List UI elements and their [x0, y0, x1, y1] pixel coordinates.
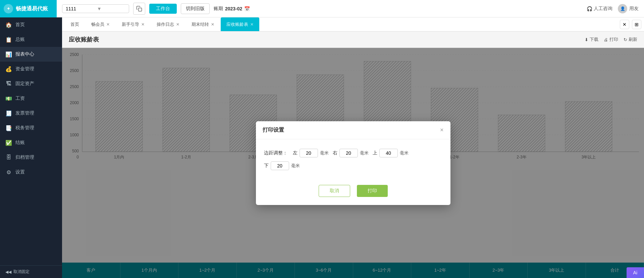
settings-icon: ⚙ [5, 169, 12, 176]
tab-home-label: 首页 [70, 21, 79, 27]
bottom-margin-group: 下 毫米 [264, 161, 300, 170]
sidebar-item-home[interactable]: 🏠 首页 [0, 17, 62, 32]
sidebar-item-settings[interactable]: ⚙ 设置 [0, 165, 62, 180]
sidebar-label-checkout: 结账 [15, 140, 25, 146]
sidebar-label-ledger: 总账 [15, 37, 25, 43]
sidebar-label-home: 首页 [15, 22, 25, 28]
content-area: 首页 畅会员 ✕ 新手引导 ✕ 操作日志 ✕ 期末结转 ✕ 应收账龄表 ✕ [62, 17, 644, 278]
cancel-button[interactable]: 取消 [319, 185, 350, 197]
support-button[interactable]: 🎧 人工咨询 [587, 6, 612, 12]
ai-badge[interactable]: Ai [627, 267, 644, 278]
sidebar-item-reports[interactable]: 📊 报表中心 [0, 47, 62, 62]
top-margin-unit: 毫米 [400, 150, 409, 156]
dropdown-icon: ▼ [97, 6, 125, 11]
download-label: 下载 [590, 37, 598, 43]
logo-text: 畅捷通易代账 [16, 5, 48, 12]
print-icon: 🖨 [604, 37, 608, 42]
right-margin-unit: 毫米 [360, 150, 369, 156]
print-label: 打印 [609, 37, 618, 43]
confirm-print-button[interactable]: 打印 [357, 185, 388, 197]
bottom-margin-input[interactable] [271, 161, 289, 170]
period-label: 账期 [214, 6, 223, 12]
sidebar-label-funds: 资金管理 [15, 66, 34, 72]
invoice-icon: 🧾 [5, 110, 12, 117]
bottom-direction-label: 下 [264, 163, 269, 169]
print-dialog: 打印设置 × 边距调整： 左 毫米 右 [256, 121, 450, 205]
sidebar-label-salary: 工资 [15, 95, 25, 101]
dialog-close-button[interactable]: × [440, 127, 444, 133]
download-icon: ⬇ [585, 37, 588, 42]
top-direction-label: 上 [373, 150, 377, 156]
dialog-body: 边距调整： 左 毫米 右 毫米 [256, 139, 450, 180]
tab-oplog-close[interactable]: ✕ [176, 22, 179, 27]
sidebar-collapse-button[interactable]: ◀◀ 取消固定 [0, 265, 62, 278]
tab-period-end-close[interactable]: ✕ [211, 22, 214, 27]
right-margin-input[interactable] [339, 149, 358, 157]
tab-home[interactable]: 首页 [65, 17, 85, 31]
dialog-overlay: 打印设置 × 边距调整： 左 毫米 右 [62, 48, 644, 278]
avatar: 👤 [618, 4, 627, 13]
sidebar-item-assets[interactable]: 🏗 固定资产 [0, 76, 62, 91]
tab-close-all-button[interactable]: ✕ [620, 20, 629, 29]
company-selector[interactable]: 1111 ▼ [62, 4, 129, 13]
header-right: 🎧 人工咨询 👤 用友 [587, 4, 639, 13]
sidebar-label-assets: 固定资产 [15, 81, 34, 87]
tab-guide[interactable]: 新手引导 ✕ [116, 17, 150, 31]
refresh-button[interactable]: ↻ 刷新 [624, 37, 637, 43]
sidebar-item-funds[interactable]: 💰 资金管理 [0, 62, 62, 76]
reports-icon: 📊 [5, 51, 12, 58]
tabs-right: ✕ ⊞ [620, 20, 641, 29]
sidebar-item-invoice[interactable]: 🧾 发票管理 [0, 106, 62, 121]
refresh-icon: ↻ [624, 37, 627, 42]
left-margin-unit: 毫米 [320, 150, 329, 156]
tab-period-end[interactable]: 期末结转 ✕ [186, 17, 220, 31]
top-margin-input[interactable] [379, 149, 398, 157]
left-margin-input[interactable] [300, 149, 318, 157]
logo: ✦ 畅捷通易代账 [0, 0, 57, 17]
refresh-label: 刷新 [629, 37, 637, 43]
tab-oplog[interactable]: 操作日志 ✕ [151, 17, 185, 31]
tab-aging[interactable]: 应收账龄表 ✕ [221, 17, 259, 31]
left-margin-group: 左 毫米 [293, 149, 329, 157]
tab-expand-button[interactable]: ⊞ [632, 20, 641, 29]
switch-version-button[interactable]: 切到旧版 [181, 3, 210, 14]
download-button[interactable]: ⬇ 下载 [585, 37, 598, 43]
tab-member[interactable]: 畅会员 ✕ [86, 17, 115, 31]
dialog-footer: 取消 打印 [256, 180, 450, 205]
logo-icon: ✦ [4, 4, 13, 13]
tab-aging-label: 应收账龄表 [226, 21, 248, 27]
tab-period-end-label: 期末结转 [192, 21, 209, 27]
sidebar-item-salary[interactable]: 💵 工资 [0, 91, 62, 106]
headset-icon: 🎧 [587, 6, 592, 11]
sidebar-item-tax[interactable]: 📑 税务管理 [0, 121, 62, 135]
sidebar-scroll: 🏠 首页 📋 总账 📊 报表中心 💰 资金管理 🏗 固定资产 💵 工资 [0, 17, 62, 265]
tax-icon: 📑 [5, 125, 12, 131]
margin-label: 边距调整： [264, 150, 287, 156]
page-actions: ⬇ 下载 🖨 打印 ↻ 刷新 [585, 37, 637, 43]
tab-guide-close[interactable]: ✕ [141, 22, 145, 27]
calendar-icon[interactable]: 📅 [244, 6, 250, 11]
tab-member-close[interactable]: ✕ [106, 22, 110, 27]
bottom-margin-unit: 毫米 [291, 163, 300, 169]
user-label: 用友 [629, 6, 639, 12]
period-area: 账期 2023-02 📅 [214, 6, 250, 12]
tab-member-label: 畅会员 [91, 21, 104, 27]
sidebar-item-checkout[interactable]: ✅ 结账 [0, 135, 62, 150]
company-name: 1111 [66, 6, 94, 11]
tab-guide-label: 新手引导 [122, 21, 139, 27]
page-content: 2500 2500 2500 2000 1500 1000 500 0 [62, 48, 644, 278]
sidebar-label-settings: 设置 [15, 169, 25, 175]
tab-aging-close[interactable]: ✕ [250, 22, 254, 27]
tab-oplog-label: 操作日志 [157, 21, 174, 27]
print-button[interactable]: 🖨 打印 [604, 37, 618, 43]
workspace-button[interactable]: 工作台 [149, 4, 177, 14]
period-value: 2023-02 [225, 6, 242, 11]
copy-icon-btn[interactable] [133, 3, 145, 15]
funds-icon: 💰 [5, 66, 12, 72]
margin-settings-row: 边距调整： 左 毫米 右 毫米 [264, 149, 442, 170]
left-direction-label: 左 [293, 150, 298, 156]
sidebar-item-ledger[interactable]: 📋 总账 [0, 32, 62, 47]
sidebar-item-archive[interactable]: 🗄 归档管理 [0, 150, 62, 165]
checkout-icon: ✅ [5, 139, 12, 146]
user-area[interactable]: 👤 用友 [618, 4, 639, 13]
